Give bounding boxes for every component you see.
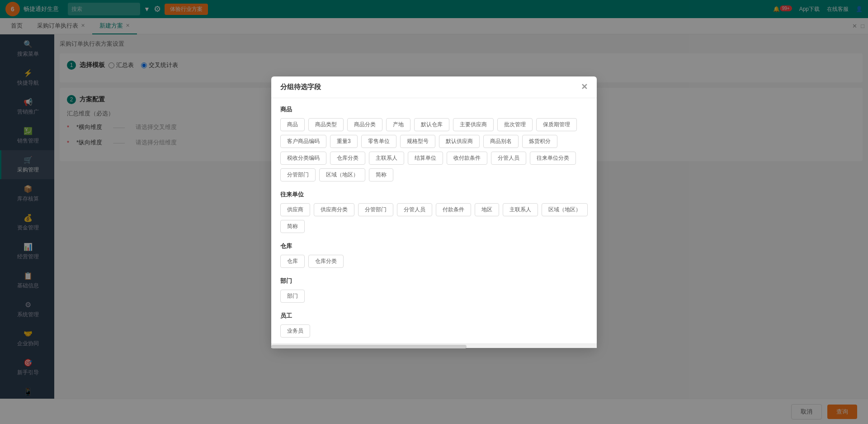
section-partner-title: 往来单位 — [280, 191, 588, 199]
field-chip-goods-alias[interactable]: 商品别名 — [483, 135, 519, 148]
field-chip-region[interactable]: 区域（地区） — [319, 168, 365, 181]
modal-hscroll-thumb — [271, 345, 467, 348]
field-chip-abbr[interactable]: 简称 — [369, 168, 393, 181]
section-department-fields: 部门 — [280, 290, 588, 303]
field-chip-default-warehouse[interactable]: 默认仓库 — [414, 118, 449, 131]
field-chip-department[interactable]: 部门 — [280, 290, 305, 303]
field-chip-supervisor[interactable]: 分管人员 — [491, 152, 526, 165]
modal-horizontal-scrollbar[interactable] — [271, 343, 597, 348]
field-chip-partner-category[interactable]: 往来单位分类 — [530, 152, 576, 165]
section-goods-fields: 商品 商品类型 商品分类 产地 默认仓库 主要供应商 批次管理 保质期管理 客户… — [280, 118, 588, 181]
field-chip-supplier[interactable]: 供应商 — [280, 203, 310, 216]
field-chip-goods-type[interactable]: 商品类型 — [308, 118, 344, 131]
section-warehouse-fields: 仓库 仓库分类 — [280, 255, 588, 268]
field-chip-warehouse[interactable]: 仓库 — [280, 255, 305, 268]
field-chip-area[interactable]: 地区 — [475, 203, 499, 216]
field-chip-partner-region[interactable]: 区域（地区） — [542, 203, 588, 216]
field-chip-partner-supervisor[interactable]: 分管人员 — [397, 203, 432, 216]
field-chip-payment-terms[interactable]: 收付款条件 — [447, 152, 487, 165]
modal-title: 分组待选字段 — [280, 83, 321, 91]
field-chip-dept-mgmt[interactable]: 分管部门 — [280, 168, 316, 181]
field-chip-refine-points[interactable]: 炼货积分 — [522, 135, 557, 148]
field-chip-origin[interactable]: 产地 — [386, 118, 410, 131]
field-chip-partner-abbr[interactable]: 简称 — [280, 220, 305, 233]
field-chip-supplier-category[interactable]: 供应商分类 — [314, 203, 354, 216]
section-employee-title: 员工 — [280, 312, 588, 320]
field-select-modal: 分组待选字段 ✕ 商品 商品 商品类型 商品分类 产地 默认仓库 主要供应商 批… — [271, 76, 597, 348]
field-chip-customer-code[interactable]: 客户商品编码 — [280, 135, 326, 148]
modal-close-icon[interactable]: ✕ — [581, 83, 588, 91]
field-chip-salesman[interactable]: 业务员 — [280, 324, 310, 338]
field-chip-goods[interactable]: 商品 — [280, 118, 305, 131]
field-chip-main-supplier[interactable]: 主要供应商 — [453, 118, 494, 131]
section-warehouse-title: 仓库 — [280, 242, 588, 250]
field-chip-partner-contact[interactable]: 主联系人 — [503, 203, 538, 216]
section-partner-fields: 供应商 供应商分类 分管部门 分管人员 付款条件 地区 主联系人 区域（地区） … — [280, 203, 588, 233]
section-goods: 商品 商品 商品类型 商品分类 产地 默认仓库 主要供应商 批次管理 保质期管理… — [280, 105, 588, 181]
section-goods-title: 商品 — [280, 105, 588, 114]
section-department: 部门 部门 — [280, 277, 588, 303]
field-chip-goods-category[interactable]: 商品分类 — [347, 118, 382, 131]
field-chip-weight3[interactable]: 重量3 — [330, 135, 358, 148]
modal-body: 商品 商品 商品类型 商品分类 产地 默认仓库 主要供应商 批次管理 保质期管理… — [271, 98, 597, 343]
field-chip-partner-dept[interactable]: 分管部门 — [358, 203, 393, 216]
field-chip-retail-unit[interactable]: 零售单位 — [361, 135, 396, 148]
section-employee: 员工 业务员 — [280, 312, 588, 338]
field-chip-shelf-life[interactable]: 保质期管理 — [536, 118, 577, 131]
modal-header: 分组待选字段 ✕ — [271, 76, 597, 98]
field-chip-default-supplier[interactable]: 默认供应商 — [439, 135, 480, 148]
section-warehouse: 仓库 仓库 仓库分类 — [280, 242, 588, 268]
section-employee-fields: 业务员 — [280, 324, 588, 338]
field-chip-spec-model[interactable]: 规格型号 — [400, 135, 435, 148]
section-department-title: 部门 — [280, 277, 588, 285]
field-chip-warehouse-category[interactable]: 仓库分类 — [330, 152, 365, 165]
field-chip-settlement-unit[interactable]: 结算单位 — [408, 152, 443, 165]
field-chip-batch-mgmt[interactable]: 批次管理 — [497, 118, 533, 131]
field-chip-tax-code[interactable]: 税收分类编码 — [280, 152, 326, 165]
field-chip-main-contact[interactable]: 主联系人 — [369, 152, 404, 165]
section-partner: 往来单位 供应商 供应商分类 分管部门 分管人员 付款条件 地区 主联系人 区域… — [280, 191, 588, 233]
modal-overlay: 分组待选字段 ✕ 商品 商品 商品类型 商品分类 产地 默认仓库 主要供应商 批… — [0, 0, 868, 424]
field-chip-partner-payment[interactable]: 付款条件 — [436, 203, 471, 216]
field-chip-warehouse-cat[interactable]: 仓库分类 — [308, 255, 344, 268]
